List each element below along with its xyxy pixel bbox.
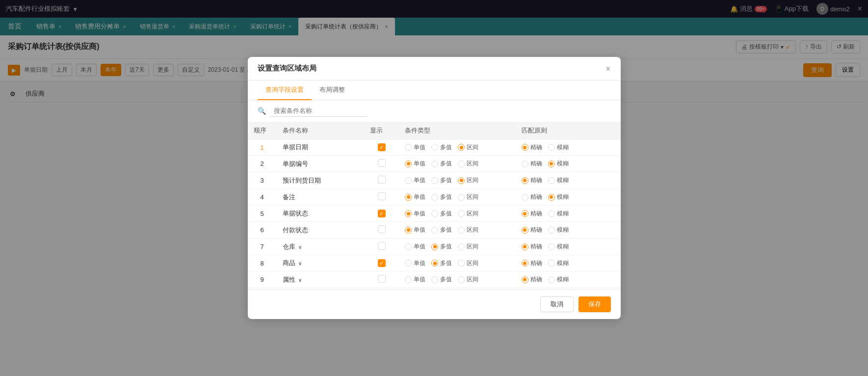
row-display[interactable] <box>364 156 399 172</box>
display-checkbox[interactable] <box>378 259 386 267</box>
radio-dot <box>431 227 438 234</box>
type-radio-type_single[interactable]: 单值 <box>405 210 425 218</box>
row-display[interactable] <box>364 189 399 206</box>
match-radio-match_fuzzy[interactable]: 模糊 <box>548 226 569 234</box>
dropdown-arrow-icon[interactable]: ∨ <box>298 261 302 266</box>
match-radio-match_exact[interactable]: 精确 <box>522 242 542 251</box>
display-checkbox[interactable] <box>378 275 386 283</box>
row-order: 5 <box>248 206 277 222</box>
modal-header: 设置查询区域布局 × <box>248 57 621 81</box>
type-radio-type_single[interactable]: 单值 <box>405 160 425 168</box>
row-type: 单值多值区间 <box>399 156 516 172</box>
modal-close-button[interactable]: × <box>605 64 611 73</box>
config-table-scroll[interactable]: 顺序 条件名称 显示 条件类型 匹配原则 1单据日期单值多值区间精确模糊2单据编… <box>248 122 621 289</box>
row-type: 单值多值区间 <box>399 172 516 189</box>
table-row: 1单据日期单值多值区间精确模糊 <box>248 139 621 156</box>
radio-dot <box>405 227 412 234</box>
row-type: 单值多值区间 <box>399 189 516 206</box>
match-radio-match_fuzzy[interactable]: 模糊 <box>548 143 569 152</box>
type-radio-type_multi[interactable]: 多值 <box>431 160 452 168</box>
type-radio-type_single[interactable]: 单值 <box>405 242 425 251</box>
type-radio-type_multi[interactable]: 多值 <box>431 210 452 218</box>
search-input[interactable] <box>270 105 368 117</box>
config-table-header: 顺序 条件名称 显示 条件类型 匹配原则 <box>248 122 621 139</box>
display-checkbox[interactable] <box>378 225 386 233</box>
match-radio-match_exact[interactable]: 精确 <box>522 193 542 201</box>
row-display[interactable] <box>364 271 399 288</box>
row-display[interactable] <box>364 139 399 156</box>
match-radio-match_fuzzy[interactable]: 模糊 <box>548 193 569 201</box>
match-radio-match_exact[interactable]: 精确 <box>522 176 542 185</box>
modal-search-area: 🔍 <box>248 100 621 122</box>
type-radio-type_multi[interactable]: 多值 <box>431 242 452 251</box>
type-radio-type_range[interactable]: 区间 <box>458 210 478 218</box>
row-display[interactable] <box>364 239 399 255</box>
row-order: 1 <box>248 139 277 156</box>
radio-dot <box>548 243 555 250</box>
type-radio-type_multi[interactable]: 多值 <box>431 226 452 234</box>
match-radio-match_exact[interactable]: 精确 <box>522 275 542 284</box>
row-display[interactable] <box>364 172 399 189</box>
tab-query-fields[interactable]: 查询字段设置 <box>258 81 312 100</box>
type-radio-type_multi[interactable]: 多值 <box>431 275 452 284</box>
match-radio-match_exact[interactable]: 精确 <box>522 210 542 218</box>
radio-dot <box>522 210 528 217</box>
display-checkbox[interactable] <box>378 242 386 250</box>
type-radio-type_range[interactable]: 区间 <box>458 160 478 168</box>
type-radio-type_range[interactable]: 区间 <box>458 275 478 284</box>
display-checkbox[interactable] <box>378 210 386 217</box>
type-radio-type_single[interactable]: 单值 <box>405 226 425 234</box>
radio-dot <box>405 194 412 201</box>
type-radio-type_single[interactable]: 单值 <box>405 176 425 185</box>
match-radio-match_fuzzy[interactable]: 模糊 <box>548 160 569 168</box>
type-radio-type_range[interactable]: 区间 <box>458 226 478 234</box>
row-display[interactable] <box>364 206 399 222</box>
radio-dot <box>522 276 528 283</box>
type-radio-type_multi[interactable]: 多值 <box>431 143 452 152</box>
tab-layout-adjust[interactable]: 布局调整 <box>312 81 353 100</box>
cancel-button[interactable]: 取消 <box>540 296 574 312</box>
type-radio-type_range[interactable]: 区间 <box>458 193 478 201</box>
display-checkbox[interactable] <box>378 176 386 184</box>
radio-dot <box>548 276 555 283</box>
save-button[interactable]: 保存 <box>579 296 611 312</box>
type-radio-type_multi[interactable]: 多值 <box>431 193 452 201</box>
type-radio-type_single[interactable]: 单值 <box>405 143 425 152</box>
display-checkbox[interactable] <box>378 159 386 167</box>
type-radio-type_range[interactable]: 区间 <box>458 176 478 185</box>
type-radio-type_single[interactable]: 单值 <box>405 275 425 284</box>
type-radio-type_multi[interactable]: 多值 <box>431 259 452 268</box>
display-checkbox[interactable] <box>378 143 386 151</box>
match-radio-match_fuzzy[interactable]: 模糊 <box>548 259 569 268</box>
match-radio-match_fuzzy[interactable]: 模糊 <box>548 242 569 251</box>
dropdown-arrow-icon[interactable]: ∨ <box>298 244 302 250</box>
match-radio-match_exact[interactable]: 精确 <box>522 160 542 168</box>
match-radio-match_exact[interactable]: 精确 <box>522 143 542 152</box>
radio-dot <box>458 276 465 283</box>
type-radio-type_single[interactable]: 单值 <box>405 193 425 201</box>
match-radio-match_fuzzy[interactable]: 模糊 <box>548 176 569 185</box>
config-table: 顺序 条件名称 显示 条件类型 匹配原则 1单据日期单值多值区间精确模糊2单据编… <box>248 122 621 289</box>
modal-dialog: 设置查询区域布局 × 查询字段设置 布局调整 🔍 <box>248 57 621 319</box>
type-radio-type_range[interactable]: 区间 <box>458 259 478 268</box>
match-radio-match_fuzzy[interactable]: 模糊 <box>548 210 569 218</box>
type-radio-type_range[interactable]: 区间 <box>458 242 478 251</box>
type-radio-type_multi[interactable]: 多值 <box>431 176 452 185</box>
match-radio-match_fuzzy[interactable]: 模糊 <box>548 275 569 284</box>
radio-dot <box>522 144 528 151</box>
display-checkbox[interactable] <box>378 192 386 200</box>
row-name: 预计到货日期 <box>277 172 364 189</box>
th-display: 显示 <box>364 122 399 139</box>
type-radio-type_single[interactable]: 单值 <box>405 259 425 268</box>
match-radio-match_exact[interactable]: 精确 <box>522 259 542 268</box>
match-radio-match_exact[interactable]: 精确 <box>522 226 542 234</box>
dropdown-arrow-icon[interactable]: ∨ <box>298 277 302 283</box>
row-match: 精确模糊 <box>516 172 621 189</box>
type-radio-type_range[interactable]: 区间 <box>458 143 478 152</box>
radio-dot <box>458 161 465 167</box>
table-row: 7仓库 ∨单值多值区间精确模糊 <box>248 239 621 255</box>
row-display[interactable] <box>364 255 399 271</box>
row-display[interactable] <box>364 222 399 239</box>
radio-dot <box>405 243 412 250</box>
radio-dot <box>458 260 465 267</box>
